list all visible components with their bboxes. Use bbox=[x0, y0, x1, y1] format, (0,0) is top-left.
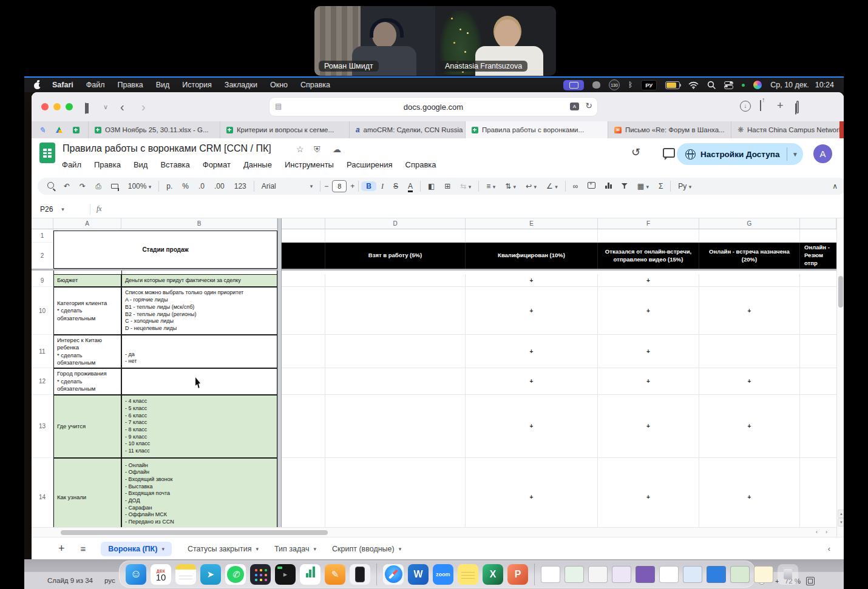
bluetooth-icon[interactable]: ᛒ bbox=[628, 81, 632, 89]
cell-B13-desc[interactable]: - 4 класс - 5 класс - 6 класс - 7 класс … bbox=[121, 395, 277, 458]
browser-tab-4-active[interactable]: Правила работы с воронками... bbox=[466, 121, 608, 138]
cell-A12-label[interactable]: Город проживания * сделать обязательным bbox=[53, 368, 121, 395]
reload-icon[interactable]: ↻ bbox=[585, 101, 592, 110]
document-title[interactable]: Правила работы с воронками CRM [CCN / ПК… bbox=[63, 143, 271, 154]
window-thumbnail[interactable] bbox=[754, 566, 773, 583]
row-header-2-wrap[interactable]: 2 bbox=[32, 243, 53, 269]
mark-cell-F[interactable]: + bbox=[598, 368, 699, 395]
menubar-item-file[interactable]: Файл bbox=[86, 81, 105, 89]
paint-format-icon[interactable] bbox=[106, 182, 123, 190]
increase-font-button[interactable]: + bbox=[349, 182, 356, 190]
participant-video-1[interactable]: Роман Шмидт bbox=[314, 6, 435, 76]
horizontal-align-icon[interactable]: ≡ ▾ bbox=[481, 182, 500, 190]
scroll-left-arrow[interactable]: ‹ bbox=[816, 529, 818, 535]
dock-notes-icon[interactable] bbox=[175, 564, 196, 585]
sheet-tab-caret[interactable]: ▾ bbox=[161, 546, 164, 552]
mark-cell-G[interactable]: + bbox=[699, 395, 800, 458]
mark-cell-E[interactable]: + bbox=[466, 274, 598, 287]
cell-A10-label[interactable]: Категория клиента * сделать обязательным bbox=[53, 287, 121, 335]
share-dropdown-caret[interactable]: ▼ bbox=[787, 151, 803, 158]
share-access-button[interactable]: Настройки Доступа ▼ bbox=[677, 143, 803, 165]
menubar-item-view[interactable]: Вид bbox=[156, 81, 170, 89]
fill-color-icon[interactable]: ◧ bbox=[423, 182, 439, 190]
stage-cell-meeting-set[interactable]: Онлайн - встреча назначена (20%) bbox=[699, 243, 800, 269]
print-icon[interactable]: ⎙ bbox=[90, 182, 106, 190]
cell-B14-desc[interactable]: - Онлайн - Офлайн - Входящий звонок - Вы… bbox=[121, 458, 277, 537]
mark-cell-E[interactable]: + bbox=[466, 458, 598, 537]
dock-launchpad-icon[interactable] bbox=[250, 564, 271, 585]
all-sheets-button[interactable]: ≡ bbox=[81, 544, 86, 554]
row-header[interactable]: 14 bbox=[32, 458, 53, 537]
siri-icon[interactable] bbox=[753, 81, 762, 89]
sheet-tab-funnel[interactable]: Воронка (ПК)▾ bbox=[101, 542, 172, 556]
menu-insert[interactable]: Вставка bbox=[160, 160, 189, 169]
collapse-panel-chevron[interactable]: ‹ bbox=[828, 544, 830, 553]
namebox-caret[interactable]: ▾ bbox=[61, 206, 64, 212]
notification-badge[interactable]: 130 bbox=[609, 79, 620, 90]
dock-stickies-icon[interactable] bbox=[458, 564, 478, 585]
pinned-tab-drive-icon[interactable] bbox=[56, 127, 63, 133]
col-header-G[interactable]: G bbox=[699, 218, 800, 229]
strik ethrough-button[interactable]: S bbox=[388, 182, 403, 190]
mark-cell-G[interactable] bbox=[699, 274, 800, 287]
percent-format-button[interactable]: % bbox=[177, 182, 194, 190]
scroll-down-arrow[interactable]: ▼ bbox=[838, 518, 844, 527]
window-thumbnail[interactable] bbox=[707, 566, 726, 583]
mark-cell-F[interactable]: + bbox=[598, 458, 699, 537]
minimize-window-button[interactable] bbox=[53, 103, 61, 110]
stage-cell-partial[interactable]: Онлайн - Резюм отпр bbox=[800, 243, 836, 269]
row-header-1[interactable]: 1 bbox=[32, 229, 53, 243]
browser-tab-1[interactable]: ОЗМ Ноябрь 25, 30.11.xlsx - G... bbox=[89, 121, 220, 138]
account-avatar[interactable]: A bbox=[813, 144, 832, 163]
font-size-field[interactable]: 8 bbox=[332, 180, 347, 192]
col-header-B[interactable]: B bbox=[121, 218, 277, 229]
stage-cell-taken[interactable]: Взят в работу (5%) bbox=[325, 243, 466, 269]
horizontal-scrollbar-thumb[interactable] bbox=[61, 530, 328, 535]
window-thumbnail[interactable] bbox=[612, 566, 631, 583]
star-icon[interactable]: ☆ bbox=[296, 144, 304, 154]
dock-telegram-icon[interactable]: ➤ bbox=[200, 564, 221, 585]
new-tab-button[interactable]: + bbox=[777, 99, 784, 112]
row-header[interactable]: 10 bbox=[32, 287, 53, 335]
merged-cell-stages-title[interactable]: Стадии продаж bbox=[53, 231, 277, 269]
stage-cell-empty[interactable] bbox=[280, 243, 325, 269]
dock-powerpoint-icon[interactable]: P bbox=[507, 564, 528, 585]
sheet-tab-script[interactable]: Скрипт (вводные)▾ bbox=[332, 545, 401, 553]
row-header[interactable]: 12 bbox=[32, 368, 53, 395]
window-thumbnail[interactable] bbox=[730, 566, 750, 583]
menubar-date[interactable]: Ср, 10 дек. bbox=[770, 81, 809, 89]
frozen-columns-divider[interactable] bbox=[277, 218, 282, 537]
col-header-C[interactable] bbox=[280, 218, 325, 229]
sidebar-toggle-icon[interactable] bbox=[85, 103, 86, 115]
downloads-button[interactable]: ↓ bbox=[740, 101, 751, 112]
battery-icon[interactable] bbox=[665, 81, 680, 89]
apple-logo-icon[interactable] bbox=[33, 81, 41, 89]
scroll-right-arrow[interactable]: › bbox=[826, 529, 827, 535]
stage-cell-qualified[interactable]: Квалифицирован (10%) bbox=[466, 243, 598, 269]
browser-tab-6[interactable]: ❋Настя China Campus Network... bbox=[731, 121, 844, 138]
mark-cell-F[interactable]: + bbox=[598, 287, 699, 335]
menubar-item-edit[interactable]: Правка bbox=[117, 81, 143, 89]
dock-word-icon[interactable]: W bbox=[408, 564, 429, 585]
participant-video-2[interactable]: Anastasia Frantsuzova bbox=[435, 6, 556, 76]
vertical-scrollbar[interactable]: ▲ ▼ bbox=[836, 218, 844, 537]
cell-B9-desc[interactable]: Деньги которые придут фактически за сдел… bbox=[121, 274, 277, 287]
translate-icon[interactable]: A bbox=[570, 103, 579, 110]
menubar-app-name[interactable]: Safari bbox=[52, 81, 73, 89]
screen-sharing-icon[interactable] bbox=[563, 80, 584, 90]
cell-A9-label[interactable]: Бюджет bbox=[53, 274, 121, 287]
browser-tab-3[interactable]: aamoCRM: Сделки, CCN Russia bbox=[350, 121, 466, 138]
shield-move-icon[interactable]: ⛨ bbox=[314, 144, 320, 155]
col-header-D[interactable]: D bbox=[325, 218, 466, 229]
menubar-time[interactable]: 10:24 bbox=[815, 81, 834, 89]
mark-cell-G[interactable]: + bbox=[699, 287, 800, 335]
spotlight-search-icon[interactable] bbox=[707, 81, 716, 89]
wifi-icon[interactable] bbox=[688, 81, 699, 89]
currency-format-button[interactable]: р. bbox=[161, 182, 177, 190]
menu-edit[interactable]: Правка bbox=[94, 160, 121, 169]
mark-cell-E[interactable]: + bbox=[466, 395, 598, 458]
menu-file[interactable]: Файл bbox=[62, 160, 81, 169]
scroll-up-arrow[interactable]: ▲ bbox=[838, 510, 844, 518]
col-header-H-partial[interactable] bbox=[800, 218, 836, 229]
col-header-A[interactable]: A bbox=[53, 218, 121, 229]
